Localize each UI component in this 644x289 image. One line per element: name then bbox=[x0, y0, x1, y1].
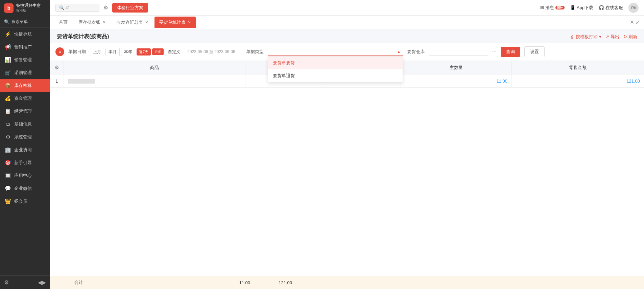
tab-receive-summary[interactable]: 收发存汇总表✕ bbox=[112, 17, 153, 28]
dropdown-item-order-return[interactable]: 要货单退货 bbox=[268, 69, 403, 82]
print-icon: 🖨 bbox=[570, 34, 574, 39]
sidebar-item-sales[interactable]: 📊 销售管理 bbox=[0, 53, 50, 66]
tab-close-receive-summary[interactable]: ✕ bbox=[145, 20, 148, 24]
summary-row: 合计 11.00 121.00 bbox=[50, 276, 644, 289]
query-button[interactable]: 查询 bbox=[501, 47, 520, 57]
page-title: 要货单统计表(按商品) bbox=[57, 33, 109, 40]
expand-icon: » bbox=[58, 49, 61, 54]
type-select-container: ▲ 要货单要货 要货单退货 bbox=[268, 48, 403, 56]
topbar-right: ✉ 消息 99+ 📱 App下载 🎧 在线客服 Rit bbox=[540, 3, 639, 13]
nav-label-finance: 资金管理 bbox=[14, 95, 32, 102]
tab-close-inventory-batch[interactable]: ✕ bbox=[102, 20, 106, 24]
page-header: 要货单统计表(按商品) 🖨 按模板打印 ▾ ↗ 导出 ↻ 刷新 bbox=[50, 29, 644, 43]
tab-label-receive-summary: 收发存汇总表 bbox=[117, 19, 143, 25]
topbar-search-box[interactable]: 🔍 41 bbox=[55, 4, 99, 12]
nav-icon-appstore: 🔲 bbox=[4, 173, 11, 179]
topbar-settings-icon[interactable]: ⚙ bbox=[103, 4, 108, 11]
summary-label: 合计 bbox=[54, 280, 210, 286]
close-all-icon[interactable]: ✕ bbox=[630, 19, 634, 25]
cell-amount[interactable]: 121.00 bbox=[511, 74, 644, 88]
sidebar-item-system[interactable]: ⚙ 系统管理 bbox=[0, 131, 50, 143]
nav-icon-enterprise: 🏢 bbox=[4, 147, 11, 153]
settings-button[interactable]: 设置 bbox=[524, 46, 545, 57]
sidebar-item-marketing[interactable]: 📢 营销推广 bbox=[0, 41, 50, 53]
nav-icon-purchase: 🛒 bbox=[4, 70, 11, 76]
tabbar: 首页库存批次账✕收发存汇总表✕要货单统计表✕✕ ⤢ bbox=[50, 16, 644, 29]
warehouse-more-icon[interactable]: ··· bbox=[492, 49, 497, 55]
message-label: 消息 bbox=[545, 5, 554, 11]
type-dropdown-menu: 要货单要货 要货单退货 bbox=[268, 56, 403, 83]
refresh-icon: ↻ bbox=[623, 34, 627, 39]
sidebar-item-quick-nav[interactable]: ⚡ 快捷导航 bbox=[0, 28, 50, 41]
sidebar-item-wechat[interactable]: 💬 企业微信 bbox=[0, 182, 50, 195]
download-label: App下载 bbox=[577, 5, 593, 11]
sidebar-item-enterprise[interactable]: 🏢 企业协同 bbox=[0, 143, 50, 156]
type-select-input[interactable] bbox=[268, 48, 403, 56]
tab-close-order-summary[interactable]: ✕ bbox=[188, 20, 191, 24]
filter-expand-button[interactable]: » bbox=[55, 47, 64, 56]
nav-icon-operation: 📋 bbox=[4, 108, 11, 114]
tab-order-summary[interactable]: 要货单统计表✕ bbox=[154, 17, 196, 28]
refresh-button[interactable]: ↻ 刷新 bbox=[623, 34, 637, 40]
warehouse-input[interactable] bbox=[429, 48, 488, 56]
type-filter-label: 单据类型 bbox=[246, 49, 264, 55]
settings-icon[interactable]: ⚙ bbox=[4, 279, 9, 286]
sidebar-item-appstore[interactable]: 🔲 应用中心 bbox=[0, 169, 50, 182]
tab-home[interactable]: 首页 bbox=[54, 17, 72, 28]
cell-qty[interactable]: 11.00 bbox=[401, 74, 512, 88]
nav-label-quick-nav: 快捷导航 bbox=[14, 31, 32, 37]
user-avatar[interactable]: Rit bbox=[628, 3, 639, 13]
export-button[interactable]: ↗ 导出 bbox=[605, 34, 619, 40]
print-button[interactable]: 🖨 按模板打印 ▾ bbox=[570, 34, 601, 40]
app-title: 畅捷通好生意 bbox=[16, 3, 41, 8]
column-settings-button[interactable]: ⚙ bbox=[54, 64, 59, 71]
last-month-button[interactable]: 上月 bbox=[90, 48, 104, 56]
nav-label-member: 畅会员 bbox=[14, 198, 27, 204]
topbar-left: 🔍 41 ⚙ 体验行业方案 bbox=[55, 3, 148, 13]
support-button[interactable]: 🎧 在线客服 bbox=[599, 5, 623, 11]
message-button[interactable]: ✉ 消息 99+ bbox=[540, 5, 565, 11]
app-logo-icon: b bbox=[4, 3, 14, 13]
trial-button[interactable]: 体验行业方案 bbox=[112, 3, 148, 13]
topbar-search-num: 41 bbox=[66, 5, 70, 10]
custom-date-button[interactable]: 自定义 bbox=[165, 48, 183, 56]
sidebar-item-guide[interactable]: 🎯 新手引导 bbox=[0, 156, 50, 169]
nav-icon-wechat: 💬 bbox=[4, 185, 11, 192]
avatar-text: Rit bbox=[631, 6, 636, 10]
last-7-days-button[interactable]: 近7天 bbox=[137, 48, 151, 55]
nav-icon-sales: 📊 bbox=[4, 57, 11, 63]
sidebar-item-inventory[interactable]: 📦 库存核算 bbox=[0, 79, 50, 92]
col-header-settings[interactable]: ⚙ bbox=[50, 61, 64, 74]
more-date-button[interactable]: 更多 bbox=[152, 48, 164, 55]
warehouse-filter-label: 要货仓库 bbox=[407, 49, 425, 55]
app-download-button[interactable]: 📱 App下载 bbox=[570, 5, 593, 11]
nav-label-system: 系统管理 bbox=[14, 134, 32, 140]
this-month-button[interactable]: 本月 bbox=[105, 48, 120, 56]
nav-label-enterprise: 企业协同 bbox=[14, 147, 32, 153]
support-icon: 🎧 bbox=[599, 5, 604, 10]
expand-tabs-icon[interactable]: ⤢ bbox=[636, 19, 640, 25]
sidebar-item-operation[interactable]: 📋 经营管理 bbox=[0, 105, 50, 118]
print-dropdown-icon: ▾ bbox=[599, 34, 601, 39]
sidebar-logo: b 畅捷通好生意 标准版 bbox=[0, 0, 50, 16]
sidebar-item-finance[interactable]: 💰 资金管理 bbox=[0, 92, 50, 105]
sidebar-nav: ⚡ 快捷导航 📢 营销推广 📊 销售管理 🛒 采购管理 📦 库存核算 💰 资金管… bbox=[0, 28, 50, 275]
nav-label-sales: 销售管理 bbox=[14, 57, 32, 63]
sidebar-item-purchase[interactable]: 🛒 采购管理 bbox=[0, 66, 50, 79]
sidebar-search[interactable]: 🔍 搜索菜单 bbox=[0, 16, 50, 28]
this-year-button[interactable]: 本年 bbox=[121, 48, 135, 56]
nav-label-purchase: 采购管理 bbox=[14, 70, 32, 76]
col-header-amount: 零售金额 bbox=[511, 61, 644, 74]
collapse-icon[interactable]: ◀▶ bbox=[38, 279, 46, 286]
tab-inventory-batch[interactable]: 库存批次账✕ bbox=[74, 17, 111, 28]
message-icon: ✉ bbox=[540, 5, 544, 10]
col-header-product: 商品 bbox=[64, 61, 245, 74]
date-range-display: 2023-05-06 至 2023-06-06 bbox=[187, 49, 235, 55]
topbar: 🔍 41 ⚙ 体验行业方案 ✉ 消息 99+ 📱 App下载 🎧 在线客服 Ri… bbox=[50, 0, 644, 16]
data-table-container: ⚙ 商品 主计量单位 主数量 零售金额 1 块 bbox=[50, 61, 644, 276]
sidebar-item-member[interactable]: 👑 畅会员 bbox=[0, 195, 50, 208]
nav-icon-system: ⚙ bbox=[4, 134, 11, 140]
dropdown-item-order-goods[interactable]: 要货单要货 bbox=[268, 57, 403, 69]
main-area: 🔍 41 ⚙ 体验行业方案 ✉ 消息 99+ 📱 App下载 🎧 在线客服 Ri… bbox=[50, 0, 644, 289]
sidebar-item-basic[interactable]: 🗂 基础信息 bbox=[0, 118, 50, 131]
